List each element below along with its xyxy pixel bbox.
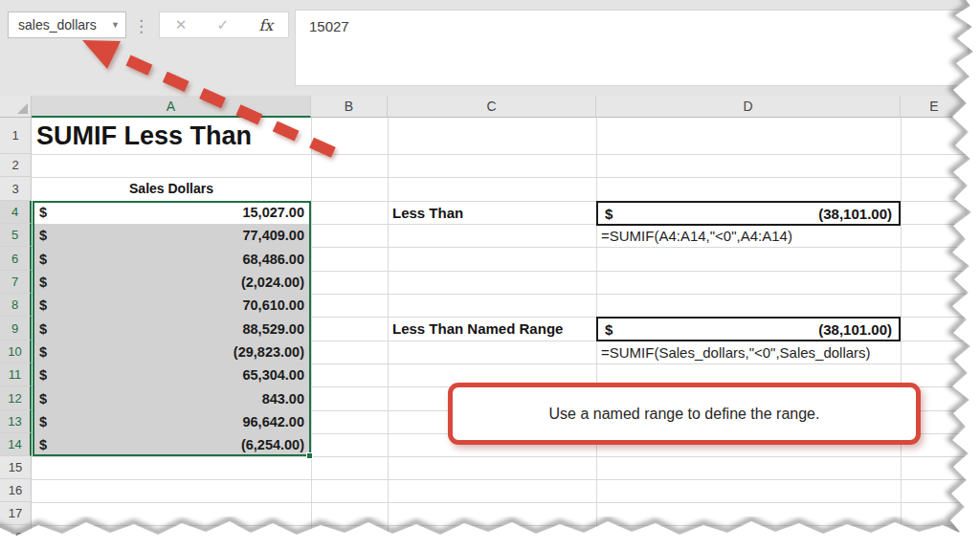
gridline xyxy=(901,118,902,550)
sales-value: (2,024.00) xyxy=(47,275,304,290)
cell-A3-sales-header[interactable]: Sales Dollars xyxy=(32,177,311,201)
cell-D4-result[interactable]: $ (38,101.00) xyxy=(596,201,901,226)
cancel-icon[interactable]: ✕ xyxy=(175,16,188,33)
currency-symbol: $ xyxy=(39,297,47,313)
excel-screenshot: sales_dollars ▼ ⋮ ✕ ✓ fx 15027 ABCDE 123… xyxy=(0,0,980,550)
gridline xyxy=(32,479,969,480)
currency-symbol: $ xyxy=(39,321,47,337)
cell-A8[interactable]: $70,610.00 xyxy=(33,294,311,317)
gridline xyxy=(32,154,969,155)
select-all-icon xyxy=(17,103,28,114)
cell-A13[interactable]: $96,642.00 xyxy=(33,410,311,433)
sales-value: 77,409.00 xyxy=(47,228,304,243)
cell-A7[interactable]: $(2,024.00) xyxy=(33,271,311,294)
gridline xyxy=(311,118,312,550)
row-header-9[interactable]: 9 xyxy=(0,317,32,341)
cell-A11[interactable]: $65,304.00 xyxy=(33,363,311,386)
row-header-6[interactable]: 6 xyxy=(0,247,32,271)
callout-text: Use a named range to define the range. xyxy=(549,406,820,423)
column-header-B[interactable]: B xyxy=(311,96,388,118)
currency-symbol: $ xyxy=(39,414,47,429)
cell-C4-label[interactable]: Less Than xyxy=(392,201,463,224)
row-header-12[interactable]: 12 xyxy=(0,386,32,410)
currency-symbol: $ xyxy=(39,205,47,220)
sales-value: 65,304.00 xyxy=(47,367,304,383)
currency-symbol: $ xyxy=(605,206,612,222)
cell-A10[interactable]: $(29,823.00) xyxy=(33,341,311,363)
row-header-4[interactable]: 4 xyxy=(0,201,32,224)
currency-symbol: $ xyxy=(39,228,47,243)
column-header-D[interactable]: D xyxy=(596,96,901,118)
currency-symbol: $ xyxy=(39,437,47,452)
row-header-1[interactable]: 1 xyxy=(0,118,32,154)
currency-symbol: $ xyxy=(39,275,47,290)
row-header-7[interactable]: 7 xyxy=(0,271,32,294)
cell-A4[interactable]: $15,027.00 xyxy=(33,201,311,224)
sales-value: 15,027.00 xyxy=(47,205,304,220)
gridline xyxy=(32,502,969,503)
row-header-10[interactable]: 10 xyxy=(0,341,32,363)
row-header-14[interactable]: 14 xyxy=(0,433,32,456)
cell-C9-label[interactable]: Less Than Named Range xyxy=(392,317,563,340)
row-header-8[interactable]: 8 xyxy=(0,294,32,317)
cell-D9-result[interactable]: $ (38,101.00) xyxy=(596,317,901,341)
column-header-C[interactable]: C xyxy=(388,96,596,118)
gridline xyxy=(32,456,969,457)
currency-symbol: $ xyxy=(39,252,47,267)
name-box[interactable]: sales_dollars ▼ xyxy=(8,11,126,38)
callout-box: Use a named range to define the range. xyxy=(448,383,921,445)
name-box-dropdown-icon[interactable]: ▼ xyxy=(107,20,120,30)
select-all-button[interactable] xyxy=(0,96,32,118)
sales-value: (29,823.00) xyxy=(47,344,304,360)
row-header-2[interactable]: 2 xyxy=(0,154,32,177)
column-header-A[interactable]: A xyxy=(32,96,311,118)
sales-value: 88,529.00 xyxy=(47,321,304,337)
cell-D5-formula[interactable]: =SUMIF(A4:A14,"<0",A4:A14) xyxy=(601,224,792,247)
cell-A5[interactable]: $77,409.00 xyxy=(33,224,311,247)
sales-value: 843.00 xyxy=(47,391,304,407)
formula-toolbar: ✕ ✓ fx xyxy=(159,11,289,38)
sales-value: (6,254.00) xyxy=(47,437,304,452)
row-header-16[interactable]: 16 xyxy=(0,479,32,502)
cell-A12[interactable]: $843.00 xyxy=(33,386,311,410)
row-header-18[interactable]: 18 xyxy=(0,525,32,550)
sales-value: 96,642.00 xyxy=(47,414,304,429)
row-header-17[interactable]: 17 xyxy=(0,502,32,525)
row-header-15[interactable]: 15 xyxy=(0,456,32,479)
enter-icon[interactable]: ✓ xyxy=(217,16,230,33)
result-value: (38,101.00) xyxy=(612,321,892,338)
currency-symbol: $ xyxy=(39,344,47,360)
cell-D10-formula[interactable]: =SUMIF(Sales_dollars,"<0",Sales_dollars) xyxy=(601,341,871,363)
row-header-13[interactable]: 13 xyxy=(0,410,32,433)
column-header-E[interactable]: E xyxy=(901,96,969,118)
name-box-value[interactable]: sales_dollars xyxy=(18,17,107,33)
currency-symbol: $ xyxy=(39,391,47,407)
currency-symbol: $ xyxy=(39,367,47,383)
gridline xyxy=(32,525,969,526)
row-header-3[interactable]: 3 xyxy=(0,177,32,201)
gridline xyxy=(388,118,389,550)
cell-A1-title[interactable]: SUMIF Less Than xyxy=(36,118,252,154)
sales-value: 68,486.00 xyxy=(47,252,304,267)
result-value: (38,101.00) xyxy=(612,206,892,222)
currency-symbol: $ xyxy=(605,321,612,338)
row-header-5[interactable]: 5 xyxy=(0,224,32,247)
fill-handle[interactable] xyxy=(306,452,313,459)
cell-A9[interactable]: $88,529.00 xyxy=(33,317,311,341)
insert-function-icon[interactable]: fx xyxy=(258,16,273,34)
drag-handle-icon: ⋮ xyxy=(133,12,149,39)
cell-A6[interactable]: $68,486.00 xyxy=(33,247,311,271)
row-header-11[interactable]: 11 xyxy=(0,363,32,386)
formula-bar-input[interactable]: 15027 xyxy=(295,10,969,86)
cell-A14[interactable]: $(6,254.00) xyxy=(33,433,311,456)
sales-value: 70,610.00 xyxy=(47,297,304,313)
